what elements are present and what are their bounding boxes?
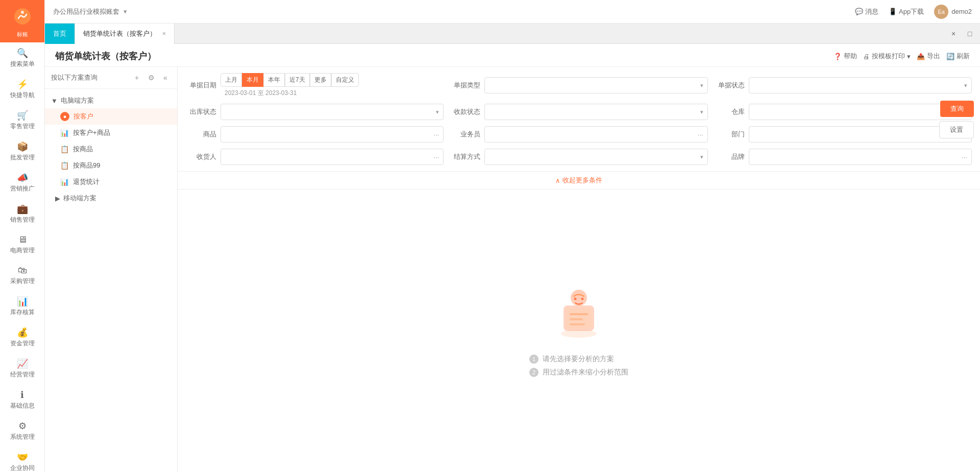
staff-label: 业务员: [450, 130, 480, 139]
tree-item-label: 退货统计: [73, 177, 100, 186]
collapse-bar[interactable]: ∧ 收起更多条件: [178, 172, 980, 190]
receiver-input[interactable]: ···: [220, 149, 444, 165]
sidebar-item-marketing[interactable]: 📣 营销推广: [0, 167, 44, 198]
sidebar-item-purchase[interactable]: 🛍 采购管理: [0, 260, 44, 291]
period-more[interactable]: 更多: [310, 73, 331, 87]
app-download-label: App下载: [899, 7, 924, 16]
brand-label: 品牌: [714, 152, 745, 161]
tree-item-label: 按商品99: [73, 161, 100, 170]
query-btn[interactable]: 查询: [940, 101, 974, 117]
empty-tip-1: 1 请先选择要分析的方案: [529, 355, 628, 364]
goods-label: 商品: [186, 130, 216, 139]
sidebar-item-retail[interactable]: 🛒 零售管理: [0, 105, 44, 136]
sidebar-item-basic-info[interactable]: ℹ 基础信息: [0, 384, 44, 415]
tab-home-label: 首页: [53, 29, 66, 38]
left-panel-actions: + ⚙ «: [131, 72, 171, 83]
avatar-text: Ea: [938, 9, 945, 15]
sidebar-item-cooperation[interactable]: 🤝 企业协同: [0, 446, 44, 472]
by-customer-goods-icon: 📊: [60, 129, 69, 137]
filter-receiver-cell: 收货人 ···: [186, 149, 444, 165]
doc-type-input[interactable]: ▾: [484, 77, 707, 93]
settings-btn[interactable]: 设置: [939, 121, 974, 138]
app-download-btn[interactable]: 📱 App下载: [889, 7, 924, 16]
message-label: 消息: [865, 7, 878, 16]
sidebar-item-label: 基础信息: [10, 402, 35, 410]
wholesale-icon: 📦: [17, 141, 28, 152]
pc-group-header[interactable]: ▼ 电脑端方案: [45, 93, 177, 108]
filter-date-cell: 单据日期 上月 本月 本年 近7天 更多 自定义: [186, 73, 444, 98]
user-area[interactable]: Ea demo2: [934, 5, 972, 19]
header-dropdown-btn[interactable]: ▾: [124, 8, 127, 15]
sidebar-item-label: 资金管理: [10, 339, 35, 348]
out-status-input[interactable]: ▾: [220, 104, 444, 120]
receiver-label: 收货人: [186, 152, 216, 161]
doc-type-label: 单据类型: [450, 81, 480, 90]
sidebar-item-sales[interactable]: 💼 销售管理: [0, 198, 44, 229]
tree-item-by-goods99[interactable]: 📋 按商品99: [45, 157, 177, 174]
tab-minimize-btn[interactable]: ×: [947, 28, 960, 40]
filter-row-1: 单据日期 上月 本月 本年 近7天 更多 自定义: [186, 73, 972, 98]
svg-rect-8: [570, 313, 588, 315]
collection-status-input[interactable]: ▾: [484, 104, 707, 120]
scheme-settings-btn[interactable]: ⚙: [145, 72, 157, 83]
template-print-btn[interactable]: 🖨 按模板打印 ▾: [863, 52, 911, 61]
empty-tip-1-text: 请先选择要分析的方案: [543, 355, 614, 364]
tree-item-by-customer[interactable]: ● 按客户: [45, 108, 177, 125]
tab-active[interactable]: 销货单统计表（按客户） ×: [75, 23, 175, 44]
mobile-group-header[interactable]: ▶ 移动端方案: [45, 190, 177, 206]
period-custom[interactable]: 自定义: [331, 73, 359, 87]
tab-maximize-btn[interactable]: □: [964, 28, 976, 40]
sidebar-item-ecommerce[interactable]: 🖥 电商管理: [0, 229, 44, 260]
sidebar-item-management[interactable]: 📈 经营管理: [0, 353, 44, 384]
message-btn[interactable]: 💬 消息: [855, 7, 878, 16]
add-scheme-btn[interactable]: +: [131, 72, 142, 83]
svg-point-6: [574, 297, 577, 300]
filter-row-2: 出库状态 ▾ 收款状态 ▾: [186, 104, 972, 120]
mobile-expand-icon: ▶: [55, 195, 60, 202]
period-last-month[interactable]: 上月: [220, 73, 242, 87]
tab-home[interactable]: 首页: [45, 23, 75, 44]
staff-input[interactable]: ···: [484, 126, 707, 143]
print-dropdown-icon: ▾: [907, 53, 911, 60]
sales-icon: 💼: [17, 203, 28, 215]
sidebar-item-wholesale[interactable]: 📦 批发管理: [0, 136, 44, 167]
svg-rect-9: [570, 318, 583, 320]
help-btn[interactable]: ❓ 帮助: [834, 52, 857, 61]
sidebar-item-finance[interactable]: 💰 资金管理: [0, 322, 44, 353]
tree-item-label: 按商品: [73, 145, 93, 154]
export-label: 导出: [927, 52, 940, 61]
action-btns-col: 查询 设置: [933, 67, 980, 172]
refresh-label: 刷新: [957, 52, 970, 61]
sidebar-item-inventory[interactable]: 📊 库存核算: [0, 291, 44, 322]
top-header-left: 办公用品行业模拟账套 ▾: [53, 7, 127, 16]
retail-icon: 🛒: [17, 110, 28, 121]
refresh-btn[interactable]: 🔄 刷新: [946, 52, 970, 61]
minimize-icon: ×: [951, 30, 955, 38]
management-icon: 📈: [17, 358, 28, 369]
tree-item-by-customer-goods[interactable]: 📊 按客户+商品: [45, 125, 177, 141]
sidebar-nav: 🔍 搜索菜单 ⚡ 快捷导航 🛒 零售管理 📦 批发管理 📣 营销推广 💼 销售管…: [0, 42, 44, 472]
goods-input[interactable]: ···: [220, 126, 444, 143]
date-label: 单据日期: [186, 81, 216, 90]
sidebar-item-quick-nav[interactable]: ⚡ 快捷导航: [0, 74, 44, 105]
filter-row-3: 商品 ··· 业务员 ···: [186, 126, 972, 143]
tab-close-btn[interactable]: ×: [162, 30, 166, 37]
payment-input[interactable]: ▾: [484, 149, 707, 165]
collapse-panel-btn[interactable]: «: [160, 72, 171, 83]
logo-icon: [10, 4, 35, 29]
tree-item-return-stats[interactable]: 📊 退货统计: [45, 174, 177, 190]
sidebar-item-search[interactable]: 🔍 搜索菜单: [0, 42, 44, 74]
period-current-year[interactable]: 本年: [263, 73, 285, 87]
filter-section: 单据日期 上月 本月 本年 近7天 更多 自定义: [178, 67, 980, 172]
out-status-label: 出库状态: [186, 107, 216, 116]
top-header: 办公用品行业模拟账套 ▾ 💬 消息 📱 App下载 Ea demo2: [45, 0, 980, 23]
user-name: demo2: [951, 8, 972, 15]
export-btn[interactable]: 📤 导出: [917, 52, 940, 61]
sidebar-item-label: 销售管理: [10, 216, 35, 224]
period-current-month[interactable]: 本月: [242, 73, 263, 87]
sidebar-item-system[interactable]: ⚙ 系统管理: [0, 415, 44, 446]
sidebar: 标账 🔍 搜索菜单 ⚡ 快捷导航 🛒 零售管理 📦 批发管理 📣 营销推广 💼 …: [0, 0, 45, 472]
empty-tips: 1 请先选择要分析的方案 2 用过滤条件来缩小分析范围: [529, 355, 628, 377]
period-last-7-days[interactable]: 近7天: [285, 73, 310, 87]
tree-item-by-goods[interactable]: 📋 按商品: [45, 141, 177, 157]
